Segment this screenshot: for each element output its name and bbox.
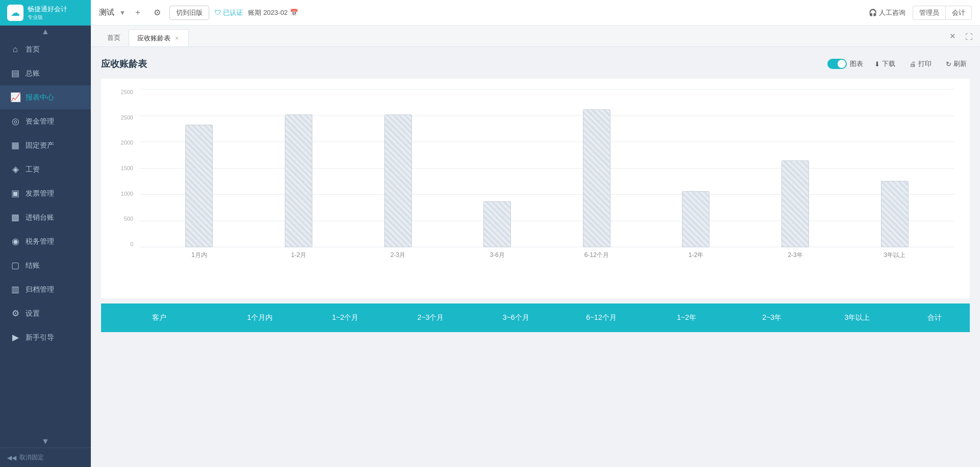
sidebar: ☁ 畅捷通好会计 专业版 ▲ ⌂ 首页 ▤ 总账 📈 报表中心 ◎ 资金管理 ▦… bbox=[0, 0, 91, 467]
sidebar-item-salary[interactable]: ◈ 工资 bbox=[0, 157, 91, 181]
cancel-fixed-label: 取消固定 bbox=[19, 453, 44, 462]
sidebar-item-reports[interactable]: 📈 报表中心 bbox=[0, 85, 91, 109]
th-2: 1~2个月 bbox=[303, 313, 388, 322]
th-9: 合计 bbox=[900, 313, 970, 322]
scroll-up-btn[interactable]: ▲ bbox=[0, 26, 91, 38]
x-label-2: 2-3月 bbox=[348, 247, 448, 263]
refresh-btn[interactable]: ↻ 刷新 bbox=[943, 57, 970, 71]
x-label-7: 3年以上 bbox=[845, 247, 944, 263]
y-label-1000: 1000 bbox=[116, 191, 133, 197]
th-3: 2~3个月 bbox=[388, 313, 473, 322]
tab-expand-btn[interactable]: ⛶ bbox=[962, 29, 976, 43]
refresh-icon: ↻ bbox=[946, 60, 951, 68]
x-label-1: 1-2月 bbox=[249, 247, 349, 263]
sidebar-item-tax[interactable]: ◉ 税务管理 bbox=[0, 229, 91, 253]
bar-group-6 bbox=[746, 89, 845, 247]
chart-toggle-switch[interactable] bbox=[827, 59, 847, 69]
y-label-2500b: 2500 bbox=[116, 89, 133, 95]
home-icon: ⌂ bbox=[10, 44, 20, 55]
human-consult-btn[interactable]: 🎧 人工咨询 bbox=[869, 8, 905, 17]
period-value: 2023-02 bbox=[263, 9, 288, 16]
bar-7 bbox=[881, 181, 909, 247]
workspace-settings-btn[interactable]: ⚙ bbox=[150, 6, 164, 20]
user-btn[interactable]: 管理员 bbox=[913, 6, 946, 20]
bar-0 bbox=[185, 125, 213, 247]
workspace-dropdown-btn[interactable]: ▼ bbox=[119, 9, 126, 16]
tab-close-btn[interactable]: × bbox=[174, 34, 180, 42]
sidebar-logo: ☁ 畅捷通好会计 专业版 bbox=[0, 0, 91, 26]
x-label-6: 2-3年 bbox=[746, 247, 845, 263]
inventory-icon: ▩ bbox=[10, 212, 20, 223]
sidebar-item-label: 总账 bbox=[26, 69, 40, 78]
sidebar-item-inventory[interactable]: ▩ 进销台账 bbox=[0, 205, 91, 229]
sidebar-item-archive[interactable]: ▥ 归档管理 bbox=[0, 277, 91, 301]
sidebar-item-invoice[interactable]: ▣ 发票管理 bbox=[0, 181, 91, 205]
th-8: 3年以上 bbox=[815, 313, 900, 322]
add-workspace-btn[interactable]: ＋ bbox=[131, 6, 145, 20]
logo-icon: ☁ bbox=[7, 5, 23, 21]
sidebar-item-closing[interactable]: ▢ 结账 bbox=[0, 253, 91, 277]
y-label-500: 500 bbox=[116, 216, 133, 222]
bar-group-7 bbox=[845, 89, 944, 247]
sidebar-item-home[interactable]: ⌂ 首页 bbox=[0, 38, 91, 61]
certified-label: 已认证 bbox=[223, 8, 243, 17]
sidebar-item-label: 新手引导 bbox=[26, 333, 54, 342]
tab-close-all-btn[interactable]: ✕ bbox=[945, 29, 960, 43]
page-title: 应收账龄表 bbox=[101, 58, 827, 70]
sidebar-item-settings[interactable]: ⚙ 设置 bbox=[0, 301, 91, 325]
cancel-fixed-btn[interactable]: ◀◀ 取消固定 bbox=[0, 448, 91, 467]
chart-toggle-label: 图表 bbox=[850, 59, 863, 68]
closing-icon: ▢ bbox=[10, 260, 20, 271]
fixed-assets-icon: ▦ bbox=[10, 140, 20, 151]
th-7: 2~3年 bbox=[729, 313, 815, 322]
sidebar-item-fixed-assets[interactable]: ▦ 固定资产 bbox=[0, 133, 91, 157]
sidebar-item-label: 设置 bbox=[26, 309, 40, 318]
sidebar-item-funds[interactable]: ◎ 资金管理 bbox=[0, 109, 91, 133]
bar-group-4 bbox=[547, 89, 647, 247]
calendar-icon[interactable]: 📅 bbox=[290, 9, 298, 16]
bar-group-2 bbox=[348, 89, 448, 247]
period-display: 账期 2023-02 📅 bbox=[248, 8, 298, 17]
print-btn[interactable]: 🖨 打印 bbox=[906, 57, 935, 71]
app-edition: 专业版 bbox=[28, 14, 67, 20]
scroll-down-btn[interactable]: ▼ bbox=[0, 435, 91, 448]
role-btn[interactable]: 会计 bbox=[946, 6, 972, 20]
sidebar-item-label: 发票管理 bbox=[26, 189, 54, 198]
topbar-right: 🎧 人工咨询 管理员 会计 bbox=[869, 6, 972, 20]
sidebar-item-label: 首页 bbox=[26, 45, 40, 54]
x-label-4: 6-12个月 bbox=[547, 247, 647, 263]
sidebar-item-label: 工资 bbox=[26, 165, 40, 174]
bar-1 bbox=[285, 114, 312, 247]
x-label-5: 1-2年 bbox=[646, 247, 746, 263]
sidebar-item-guide[interactable]: ▶ 新手引导 bbox=[0, 325, 91, 349]
tax-icon: ◉ bbox=[10, 236, 20, 247]
app-name: 畅捷通好会计 bbox=[28, 5, 67, 14]
reports-icon: 📈 bbox=[10, 92, 20, 103]
download-icon: ⬇ bbox=[874, 60, 880, 68]
chart-container: 0 500 1000 1500 2000 2500 2500 bbox=[101, 79, 970, 298]
user-role-btns: 管理员 会计 bbox=[913, 6, 972, 20]
invoice-icon: ▣ bbox=[10, 188, 20, 199]
workspace-title: 测试 bbox=[99, 8, 114, 17]
funds-icon: ◎ bbox=[10, 116, 20, 127]
x-label-3: 3-6月 bbox=[448, 247, 547, 263]
tab-home[interactable]: 首页 bbox=[99, 29, 129, 46]
headset-icon: 🎧 bbox=[869, 9, 877, 16]
archive-icon: ▥ bbox=[10, 284, 20, 295]
page-actions: 图表 ⬇ 下载 🖨 打印 ↻ 刷新 bbox=[827, 57, 970, 71]
y-label-2500a: 2500 bbox=[116, 114, 133, 121]
x-labels: 1月内1-2月2-3月3-6月6-12个月1-2年2-3年3年以上 bbox=[139, 247, 954, 263]
chart-body: 1月内1-2月2-3月3-6月6-12个月1-2年2-3年3年以上 bbox=[139, 89, 954, 263]
tab-aging-report[interactable]: 应收账龄表 × bbox=[129, 29, 189, 46]
tab-aging-label: 应收账龄表 bbox=[137, 34, 170, 43]
sidebar-item-ledger[interactable]: ▤ 总账 bbox=[0, 61, 91, 85]
download-btn[interactable]: ⬇ 下载 bbox=[871, 57, 898, 71]
th-1: 1个月内 bbox=[217, 313, 303, 322]
switch-old-version-btn[interactable]: 切到旧版 bbox=[169, 6, 209, 20]
bar-6 bbox=[781, 160, 809, 247]
bars-area bbox=[139, 89, 954, 247]
bar-group-5 bbox=[646, 89, 746, 247]
sidebar-nav: ⌂ 首页 ▤ 总账 📈 报表中心 ◎ 资金管理 ▦ 固定资产 ◈ 工资 ▣ 发票… bbox=[0, 38, 91, 435]
th-0: 客户 bbox=[101, 313, 217, 322]
bar-group-0 bbox=[150, 89, 249, 247]
